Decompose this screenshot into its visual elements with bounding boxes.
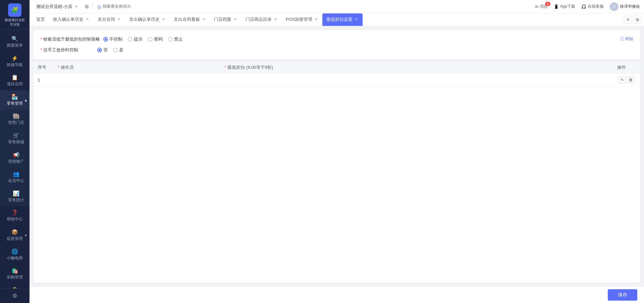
- radio-no-input[interactable]: [97, 48, 102, 52]
- action-btns: ✎ 🗑: [617, 76, 636, 84]
- table-card: 序号 操作员 最低折扣 (9.00等于9折) 操作 1: [34, 62, 640, 282]
- tab-payment-contract-close-icon[interactable]: ✕: [117, 17, 121, 22]
- tab-payment-board[interactable]: 支出合同看板 ✕: [170, 13, 210, 26]
- bottom-bar: 保存: [30, 286, 644, 303]
- tab-store-archive[interactable]: 门店档案 ✕: [210, 13, 241, 26]
- cell-action: ✎ 🗑: [613, 73, 640, 87]
- col-header-action: 操作: [613, 62, 640, 73]
- radio-no[interactable]: 否: [97, 47, 108, 53]
- radio-yes-input[interactable]: [113, 48, 118, 52]
- radio-tip[interactable]: 提示: [128, 36, 143, 42]
- tab-expand-btn[interactable]: ⊞: [633, 16, 641, 24]
- sidebar-item-smart-store[interactable]: 🏬 智慧门店: [0, 109, 30, 129]
- topbar-right: ✉ 消息 9 📱 App下载 🎧 在线客服 人 徐泽华修改: [535, 2, 640, 11]
- radio-yes[interactable]: 是: [113, 47, 123, 53]
- tab-payment-history[interactable]: 支出确认单历史 ✕: [125, 13, 170, 26]
- edit-row-btn[interactable]: ✎: [619, 76, 626, 84]
- project-nav-icon: 📋: [11, 74, 18, 81]
- form-label-control-strategy: 收银员低于最低折扣控制策略: [40, 36, 100, 42]
- topbar-project-arrow-icon: ▼: [74, 5, 78, 8]
- tab-payment-history-close-icon[interactable]: ✕: [161, 17, 166, 22]
- tab-store-catalog[interactable]: 门店商品目录 ✕: [241, 13, 282, 26]
- col-header-operator: 操作员: [54, 62, 221, 73]
- sidebar-item-inventory[interactable]: 📦 库存核算: [0, 284, 30, 288]
- tab-min-discount[interactable]: 最低折扣设置 ✕: [322, 13, 363, 26]
- radio-group-manual-price: 否 是: [97, 47, 123, 53]
- sidebar-item-wholesale[interactable]: 📦 批发管理 ▼: [0, 225, 30, 245]
- sidebar-item-label: 小畅电商: [7, 256, 23, 261]
- tab-income-history-close-icon[interactable]: ✕: [85, 17, 90, 22]
- smart-store-nav-icon: 🏬: [13, 113, 19, 119]
- user-name: 徐泽华修改: [620, 4, 640, 9]
- topbar-user[interactable]: 人 徐泽华修改: [610, 2, 640, 11]
- topbar-project-selector[interactable]: 测试分开流程-小买 ▼: [34, 2, 80, 11]
- sidebar-item-marketing[interactable]: 📢 营销推广: [0, 148, 30, 168]
- sidebar-item-search[interactable]: 🔍 搜索菜单: [0, 32, 30, 52]
- help-nav-icon: ❓: [11, 209, 18, 216]
- tab-home-label: 首页: [36, 16, 45, 22]
- sidebar-item-purchase[interactable]: 🛍️ 采购管理: [0, 264, 30, 284]
- radio-ban-input[interactable]: [168, 37, 173, 42]
- tab-store-catalog-close-icon[interactable]: ✕: [273, 17, 278, 22]
- sidebar-item-help[interactable]: ❓ 帮助中心: [0, 206, 30, 225]
- radio-password-input[interactable]: [148, 37, 153, 42]
- radio-password[interactable]: 密码: [148, 36, 163, 42]
- topbar-demo-link[interactable]: ◎ 我要看实例演示: [97, 4, 131, 9]
- sidebar-item-retail-stats[interactable]: 📊 零售统计: [0, 187, 30, 206]
- help-label: 帮助: [625, 36, 633, 42]
- tab-payment-contract[interactable]: 支出合同 ✕: [94, 13, 125, 26]
- save-button[interactable]: 保存: [608, 289, 637, 301]
- radio-group-control-strategy: 不控制 提示 密码 禁止: [103, 36, 183, 42]
- tab-store-archive-close-icon[interactable]: ✕: [233, 17, 237, 22]
- help-link[interactable]: ⓘ 帮助: [620, 36, 633, 42]
- topbar-project-name: 测试分开流程-小买: [36, 4, 72, 10]
- sidebar-settings-icon[interactable]: ⚙: [12, 293, 17, 299]
- app-download-icon: 📱: [554, 4, 559, 9]
- radio-no-control-input[interactable]: [103, 37, 108, 42]
- topbar-message-btn[interactable]: ✉ 消息 9: [535, 4, 548, 9]
- delete-row-btn[interactable]: 🗑: [627, 76, 635, 84]
- topbar-demo-label: 我要看实例演示: [103, 4, 131, 9]
- tab-payment-board-close-icon[interactable]: ✕: [202, 17, 206, 22]
- topbar-settings-icon[interactable]: ⚙: [85, 4, 89, 10]
- delete-icon: 🗑: [629, 78, 633, 82]
- topbar-app-download-label: App下载: [560, 4, 575, 9]
- tab-close-all-icon: ✕: [626, 17, 630, 22]
- tab-pos-password-close-icon[interactable]: ✕: [314, 17, 318, 22]
- radio-no-control[interactable]: 不控制: [103, 36, 122, 42]
- tab-store-archive-label: 门店档案: [214, 16, 231, 22]
- wholesale-nav-icon: 📦: [11, 229, 18, 235]
- col-header-min-discount: 最低折扣 (9.00等于9折): [221, 62, 613, 73]
- tab-close-all-btn[interactable]: ✕: [624, 16, 632, 24]
- message-badge: 9: [545, 2, 550, 6]
- message-icon: ✉: [535, 4, 538, 9]
- radio-password-label: 密码: [154, 36, 163, 42]
- cell-operator[interactable]: [54, 73, 221, 87]
- cell-min-discount[interactable]: [221, 73, 613, 87]
- radio-tip-input[interactable]: [128, 37, 132, 42]
- sidebar-item-retail[interactable]: 🏪 零售管理 ▲: [0, 90, 30, 110]
- radio-ban[interactable]: 禁止: [168, 36, 183, 42]
- tab-income-history[interactable]: 收入确认单历史 ✕: [49, 13, 94, 26]
- table-header-row: 序号 操作员 最低折扣 (9.00等于9折) 操作: [34, 62, 640, 73]
- topbar-app-download-btn[interactable]: 📱 App下载: [554, 4, 575, 9]
- tabbar-actions: ✕ ⊞: [624, 13, 641, 26]
- sidebar: 🧩 畅捷通好业财 专业版 🔍 搜索菜单 ⚡ 快捷导航 📋 项目合同 🏪 零售管理…: [0, 0, 30, 303]
- sidebar-logo: 🧩 畅捷通好业财 专业版: [0, 0, 30, 30]
- form-label-manual-price: 仅手工改价时控制: [40, 47, 94, 53]
- tab-pos-password[interactable]: POS加密管理 ✕: [282, 13, 322, 26]
- sidebar-item-label: 搜索菜单: [7, 43, 23, 48]
- sidebar-item-member[interactable]: 👥 会员中心: [0, 167, 30, 187]
- shortcut-nav-icon: ⚡: [11, 55, 18, 61]
- tab-min-discount-close-icon[interactable]: ✕: [354, 17, 359, 22]
- member-nav-icon: 👥: [13, 171, 19, 177]
- table-section: 序号 操作员 最低折扣 (9.00等于9折) 操作 1: [34, 62, 640, 282]
- topbar-customer-service-btn[interactable]: 🎧 在线客服: [581, 4, 604, 9]
- tab-home[interactable]: 首页: [32, 13, 49, 26]
- sidebar-item-shortcut[interactable]: ⚡ 快捷导航: [0, 52, 30, 71]
- tab-store-catalog-label: 门店商品目录: [246, 16, 272, 22]
- sidebar-item-ecommerce[interactable]: 🌐 小畅电商: [0, 245, 30, 264]
- tab-income-history-label: 收入确认单历史: [53, 16, 84, 22]
- sidebar-item-project[interactable]: 📋 项目合同: [0, 71, 30, 90]
- sidebar-item-online-store[interactable]: 🛒 零售商城: [0, 129, 30, 148]
